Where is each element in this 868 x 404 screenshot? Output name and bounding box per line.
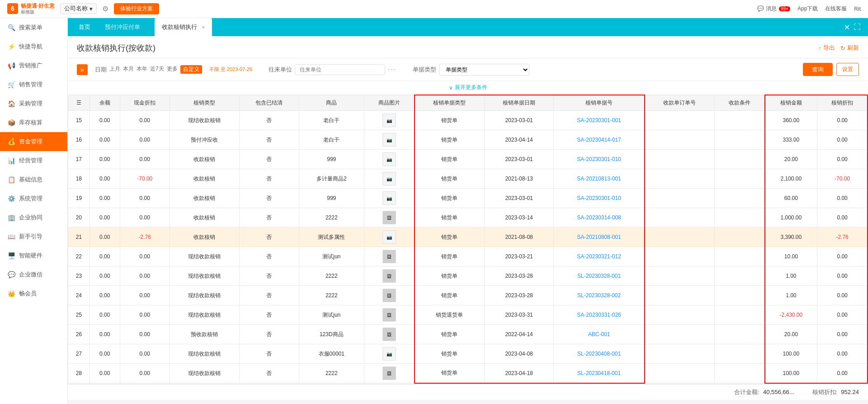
company-selector[interactable]: 公司名称 ▾ (60, 3, 97, 14)
bill-no-link[interactable]: SA-20230301-001 (577, 117, 621, 124)
cell-9[interactable]: SA-20230314-008 (554, 208, 645, 228)
bill-no-link[interactable]: SA-20230414-017 (577, 137, 621, 143)
date-7days[interactable]: 近7天 (150, 65, 164, 74)
date-this-year[interactable]: 本年 (137, 65, 147, 74)
date-last-month[interactable]: 上月 (109, 65, 120, 74)
filter-expand-btn[interactable]: » (77, 64, 88, 75)
cell-7: 销货单 (415, 286, 485, 305)
nav-tab-right[interactable]: ✕ ⛶ (844, 23, 864, 32)
export-btn[interactable]: ↑ 导出 (819, 44, 835, 52)
gear-icon[interactable]: ⚙ (102, 5, 108, 13)
date-custom[interactable]: 自定义 (180, 65, 202, 74)
sidebar-item-wechat[interactable]: 💬企业微信 (0, 265, 67, 284)
sidebar-item-marketing[interactable]: 📢营销推广 (0, 56, 67, 75)
sidebar-item-quick-nav[interactable]: ⚡快捷导航 (0, 37, 67, 56)
cell-9[interactable]: SA-20210813-001 (554, 169, 645, 189)
cell-11 (714, 189, 764, 208)
cell-8: 2023-04-14 (484, 130, 554, 150)
sidebar-item-sales[interactable]: 🛒销售管理 (0, 75, 67, 94)
bill-no-link[interactable]: ABC-001 (588, 331, 610, 337)
bill-no-link[interactable]: SA-20230331-026 (577, 312, 621, 318)
cell-9[interactable]: SL-20230328-001 (554, 266, 645, 286)
bill-no-link[interactable]: SA-20210813-001 (577, 176, 621, 182)
sidebar-item-enterprise[interactable]: 🏢企业协同 (0, 208, 67, 227)
bill-no-link[interactable]: SA-20210808-001 (577, 234, 621, 240)
cell-12: -2,430.00 (765, 305, 817, 325)
cell-9[interactable]: SA-20230331-026 (554, 305, 645, 325)
cell-10 (645, 344, 715, 364)
sidebar-item-purchase[interactable]: 🏠采购管理 (0, 94, 67, 113)
to-unit-input[interactable] (295, 64, 385, 75)
sidebar-item-member[interactable]: 👑畅会员 (0, 284, 67, 303)
sidebar-item-inventory[interactable]: 📦库存核算 (0, 113, 67, 132)
tab-prepay-close[interactable]: × (145, 24, 147, 30)
sidebar-item-finance[interactable]: 💰资金管理 (0, 132, 67, 151)
setting-btn[interactable]: 设置 (836, 63, 859, 76)
cell-11 (714, 130, 764, 150)
cell-9[interactable]: SA-20210808-001 (554, 228, 645, 247)
cell-5: 老白干 (299, 111, 364, 130)
fullscreen-icon[interactable]: ⛶ (854, 23, 861, 31)
bill-no-link[interactable]: SA-20230321-012 (577, 253, 621, 260)
cell-7: 销货单 (415, 344, 485, 364)
app-download[interactable]: App下载 (797, 5, 818, 13)
bill-no-link[interactable]: SA-20230301-010 (577, 156, 621, 162)
search-btn[interactable]: 查询 (803, 63, 833, 76)
date-this-month[interactable]: 本月 (123, 65, 134, 74)
cell-9[interactable]: SL-20230328-002 (554, 286, 645, 305)
sidebar-item-system[interactable]: ⚙️系统管理 (0, 189, 67, 208)
cell-6: 🖼 (364, 208, 414, 228)
bill-type-select[interactable]: 单据类型 (439, 64, 529, 76)
sidebar-item-guide[interactable]: 📖新手引导 (0, 227, 67, 246)
product-image: 📷 (382, 191, 396, 205)
tab-writeoff[interactable]: 收款核销执行 × (155, 18, 212, 36)
close-window-icon[interactable]: ✕ (844, 23, 850, 32)
col-header-12: 核销金额 (765, 95, 817, 111)
bill-no-link[interactable]: SL-20230418-001 (577, 370, 621, 376)
cell-1: 0.00 (90, 189, 120, 208)
cell-2: 0.00 (120, 305, 170, 325)
cell-9[interactable]: SA-20230414-017 (554, 130, 645, 150)
bill-no-link[interactable]: SA-20230301-010 (577, 195, 621, 201)
cell-7: 销货单 (415, 208, 485, 228)
sidebar-item-business[interactable]: 📊经营管理 (0, 151, 67, 170)
bill-no-link[interactable]: SA-20230314-008 (577, 214, 621, 221)
online-service[interactable]: 在线客服 (825, 5, 847, 13)
cell-11 (714, 150, 764, 169)
table-row: 270.000.00现结收款核销否衣服00001📷销货单2023-04-08SL… (68, 344, 868, 364)
user-name[interactable]: Rit (854, 6, 861, 12)
cell-9[interactable]: SL-20230418-001 (554, 364, 645, 383)
bill-no-link[interactable]: SL-20230328-001 (577, 273, 621, 279)
cell-11 (714, 247, 764, 266)
sidebar-item-search-menu[interactable]: 🔍搜索菜单 (0, 18, 67, 37)
cell-9[interactable]: SA-20230301-001 (554, 111, 645, 130)
bill-no-link[interactable]: SL-20230408-001 (577, 351, 621, 357)
to-unit-dots[interactable]: ··· (388, 66, 396, 74)
tab-prepay[interactable]: 预付冲应付单 × (98, 18, 155, 36)
nav-tabs: 首页 预付冲应付单 × 收款核销执行 × ✕ ⛶ (68, 18, 868, 36)
cell-9[interactable]: SA-20230321-012 (554, 247, 645, 266)
cell-11 (714, 228, 764, 247)
col-header-0[interactable]: ☰ (68, 95, 90, 111)
expand-more-bar: ∨ 展开更多条件 (68, 81, 868, 95)
sidebar-item-hardware[interactable]: 🖥️智能硬件 (0, 246, 67, 265)
tab-writeoff-close[interactable]: × (202, 24, 204, 30)
bill-no-link[interactable]: SL-20230328-002 (577, 292, 621, 299)
cell-9[interactable]: ABC-001 (554, 325, 645, 344)
cell-9[interactable]: SA-20230301-010 (554, 189, 645, 208)
cell-3: 收款核销 (170, 169, 239, 189)
refresh-btn[interactable]: ↻ 刷新 (840, 44, 859, 52)
cell-9[interactable]: SA-20230301-010 (554, 150, 645, 169)
expand-more-btn[interactable]: ∨ 展开更多条件 (449, 84, 487, 91)
cell-9[interactable]: SL-20230408-001 (554, 344, 645, 364)
message-area[interactable]: 💬 消息 99+ (757, 5, 790, 13)
sidebar-item-basic[interactable]: 📋基础信息 (0, 170, 67, 189)
cell-6: 🖼 (364, 325, 414, 344)
tab-home[interactable]: 首页 (71, 18, 98, 36)
industry-btn[interactable]: 体验行业方案 (114, 3, 159, 14)
expand-more-label: 展开更多条件 (455, 84, 487, 91)
cell-4: 否 (239, 208, 299, 228)
sidebar-label-quick-nav: 快捷导航 (19, 43, 42, 51)
table-row: 280.000.00现结收款核销否2222🖼销货单2023-04-18SL-20… (68, 364, 868, 383)
date-more[interactable]: 更多 (167, 65, 178, 74)
